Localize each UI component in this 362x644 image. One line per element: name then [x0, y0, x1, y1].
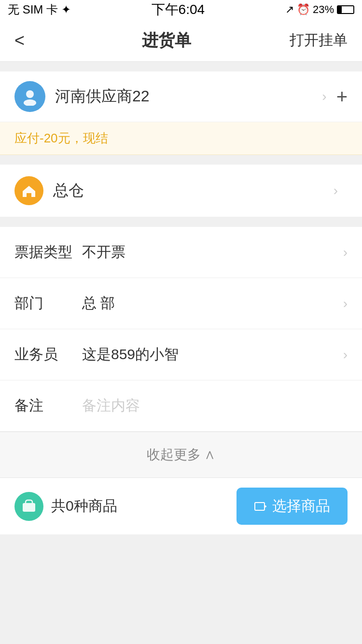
nav-bar: < 进货单 打开挂单: [0, 19, 362, 62]
svg-point-1: [24, 99, 36, 106]
product-icon: [14, 492, 43, 521]
svg-rect-2: [23, 503, 35, 512]
department-value: 总 部: [77, 294, 343, 313]
invoice-type-chevron-icon: ›: [343, 245, 348, 260]
gap-line-2: [0, 217, 362, 227]
remark-input[interactable]: 备注内容: [77, 396, 348, 416]
salesperson-chevron-icon: ›: [343, 347, 348, 363]
remark-label: 备注: [14, 396, 77, 416]
form-card: 票据类型 不开票 › 部门 总 部 › 业务员 这是859的小智 › 备注 备注…: [0, 227, 362, 477]
select-product-label: 选择商品: [272, 496, 330, 516]
warehouse-chevron-icon: ›: [334, 183, 338, 198]
sim-signal: 无 SIM 卡 ✦: [8, 2, 71, 17]
battery-icon: [337, 5, 354, 14]
alarm-icon: ⏰: [297, 3, 310, 16]
department-label: 部门: [14, 294, 77, 313]
status-right: ↗ ⏰ 23%: [285, 3, 354, 16]
collapse-button[interactable]: 收起更多 ∧: [0, 432, 362, 477]
location-icon: ↗: [285, 3, 294, 16]
supplier-notice: 应付-20元，现结: [0, 122, 362, 155]
product-bar: 共0种商品 选择商品: [0, 477, 362, 534]
section-gap-1: [0, 62, 362, 71]
select-product-button[interactable]: 选择商品: [237, 488, 348, 525]
svg-rect-3: [255, 503, 265, 510]
invoice-type-value: 不开票: [77, 242, 343, 262]
salesperson-row[interactable]: 业务员 这是859的小智 ›: [0, 329, 362, 380]
gap-line-1: [0, 155, 362, 165]
warehouse-name: 总仓: [53, 180, 334, 201]
add-supplier-button[interactable]: +: [336, 87, 348, 106]
warehouse-row[interactable]: 总仓 ›: [0, 165, 362, 217]
invoice-type-label: 票据类型: [14, 242, 77, 262]
status-time: 下午6:04: [152, 0, 205, 19]
open-pending-button[interactable]: 打开挂单: [290, 30, 348, 50]
supplier-card: 河南供应商22 › + 应付-20元，现结: [0, 71, 362, 155]
cart-icon: [21, 498, 37, 515]
salesperson-label: 业务员: [14, 345, 77, 364]
warehouse-icon: [14, 176, 43, 205]
salesperson-value: 这是859的小智: [77, 345, 343, 364]
battery-level: 23%: [313, 3, 334, 16]
supplier-chevron-icon: ›: [322, 89, 326, 104]
person-icon: [21, 87, 39, 106]
main-content-area: [0, 534, 362, 644]
supplier-row[interactable]: 河南供应商22 › +: [0, 71, 362, 122]
home-icon: [21, 182, 37, 199]
select-product-icon: [254, 500, 267, 513]
product-count: 共0种商品: [51, 496, 237, 516]
supplier-avatar: [14, 81, 45, 112]
remark-row[interactable]: 备注 备注内容: [0, 380, 362, 432]
back-button[interactable]: <: [14, 30, 43, 51]
status-left: 无 SIM 卡 ✦: [8, 2, 71, 17]
department-row[interactable]: 部门 总 部 ›: [0, 278, 362, 329]
page-title: 进货单: [142, 29, 191, 52]
department-chevron-icon: ›: [343, 296, 348, 311]
invoice-type-row[interactable]: 票据类型 不开票 ›: [0, 227, 362, 278]
svg-point-0: [26, 90, 34, 98]
supplier-name: 河南供应商22: [55, 86, 322, 107]
status-bar: 无 SIM 卡 ✦ 下午6:04 ↗ ⏰ 23%: [0, 0, 362, 19]
